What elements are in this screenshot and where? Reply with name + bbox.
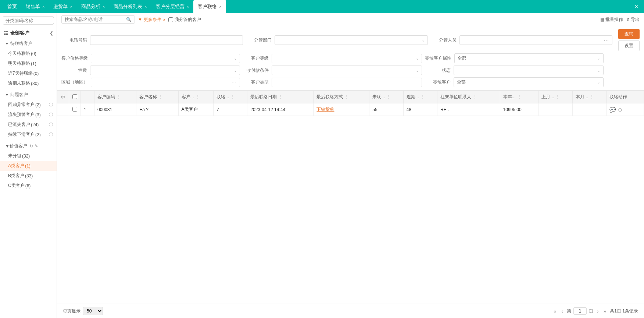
close-tab-purchase-icon[interactable]: ×	[70, 4, 72, 9]
first-page-button[interactable]: «	[552, 308, 558, 315]
close-tab-customer-contact-icon[interactable]: ×	[219, 4, 221, 9]
page-size-select[interactable]: 50 100 200	[83, 307, 103, 315]
filter-payment: 收付款条件 ⌄	[243, 66, 422, 75]
col-no-contact[interactable]: 未联...⋮	[369, 91, 403, 103]
qr-action-icon[interactable]: ⊝	[618, 107, 622, 113]
filter-icon: ▼	[138, 17, 142, 22]
edit-icon[interactable]: ✎	[35, 144, 38, 149]
filter-customer-level-select[interactable]: ⌄	[272, 54, 422, 63]
filter-region-select[interactable]: ···	[91, 78, 240, 87]
toolbar-search-box[interactable]: 🔍	[61, 15, 135, 24]
filter-phone-input[interactable]	[90, 35, 243, 45]
col-resizer: ⋮	[117, 94, 118, 99]
settings-button[interactable]: 设置	[618, 40, 640, 51]
problem-customers-title[interactable]: ▼ 问题客户	[0, 90, 57, 100]
nav-tab-analysis[interactable]: 商品分析 ×	[77, 0, 109, 13]
filter-nature-select[interactable]: ⌄	[90, 66, 240, 75]
filter-customer-type-input[interactable]	[272, 78, 422, 87]
col-checkbox[interactable]	[69, 91, 81, 103]
sidebar-item-class-a[interactable]: A类客户 (1)	[0, 161, 57, 171]
nav-tab-analysis-list[interactable]: 商品分析列表 ×	[109, 0, 151, 13]
sidebar-item-tomorrow[interactable]: 明天待联络 (1)	[0, 59, 57, 68]
col-type[interactable]: 客户...⋮	[178, 91, 213, 103]
close-tab-analysis-icon[interactable]: ×	[103, 4, 105, 9]
filter-price-level-select[interactable]: ⌄	[91, 54, 240, 63]
row-checkbox[interactable]	[69, 103, 81, 116]
nav-tab-customer-mgmt[interactable]: 客户分层经营 ×	[151, 0, 193, 13]
col-name[interactable]: 客户名称⋮	[136, 91, 178, 103]
filter-price-level-label: 客户价格等级	[61, 55, 88, 61]
filter-row-4: 区域（地区） ··· 客户类型 零散客户 全部 ⌄	[61, 77, 640, 87]
chevron-price-icon: ⌄	[234, 56, 237, 60]
sidebar-search-box[interactable]: 🔍	[3, 16, 54, 25]
last-page-button[interactable]: »	[602, 308, 608, 315]
collapse-icon[interactable]: ❮	[50, 31, 53, 36]
col-contact[interactable]: 联络...⋮	[214, 91, 247, 103]
col-overdue[interactable]: 逾期...⋮	[403, 91, 437, 103]
export-button[interactable]: ⇪ 导出	[626, 17, 640, 23]
sidebar-item-repurchase-anomaly[interactable]: 回购异常客户 (2) ⓘ	[0, 100, 57, 110]
last-contact-way-link[interactable]: 下销货单	[316, 107, 334, 112]
value-customer-actions: ↻ ✎	[29, 144, 38, 149]
page-input[interactable]	[573, 307, 587, 315]
my-customer-checkbox[interactable]	[168, 17, 173, 22]
row-overdue: 48	[403, 103, 437, 116]
filter-manager-label: 分管人员	[431, 37, 457, 43]
row-index: 1	[81, 103, 94, 116]
sidebar-item-today[interactable]: 今天待联络 (0)	[0, 49, 57, 59]
nav-tab-sales[interactable]: 销售单 ×	[21, 0, 49, 13]
close-tab-analysis-list-icon[interactable]: ×	[144, 4, 147, 9]
filter-retail-customer-select[interactable]: 全部 ⌄	[454, 77, 604, 87]
filter-retail-attr-select[interactable]: 全部 ⌄	[454, 53, 604, 63]
col-this-month[interactable]: 本月...⋮	[572, 91, 606, 103]
value-customers-title[interactable]: ▼ 价值客户 ↻ ✎	[0, 141, 57, 151]
row-last-contact-way[interactable]: 下销货单	[314, 103, 369, 116]
close-tab-customer-mgmt-icon[interactable]: ×	[187, 4, 189, 9]
chevron-dept-icon: ⌄	[422, 38, 425, 42]
query-button[interactable]: 查询	[618, 29, 640, 39]
filter-payment-select[interactable]: ⌄	[272, 66, 422, 75]
sidebar-item-ungrouped[interactable]: 未分组 (32)	[0, 151, 57, 161]
sidebar-item-class-b[interactable]: B类客户 (33)	[0, 171, 57, 181]
col-resizer8: ⋮	[421, 94, 422, 99]
select-all-checkbox[interactable]	[72, 94, 77, 99]
all-customers-title[interactable]: ☷ 全部客户 ❮	[0, 28, 57, 39]
close-tab-sales-icon[interactable]: ×	[42, 4, 44, 9]
table-row: 1 000031 Ea ? A类客户 7 2023-04-12 14:44: 下…	[57, 103, 644, 116]
filter-status-select[interactable]: ⌄	[454, 66, 604, 75]
col-unit-contact[interactable]: 往来单位联系人⋮	[437, 91, 500, 103]
refresh-icon[interactable]: ↻	[29, 144, 33, 149]
sidebar-item-class-c[interactable]: C类客户 (6)	[0, 181, 57, 191]
filter-phone: 电话号码	[61, 35, 243, 45]
chat-action-icon[interactable]: 💬	[609, 107, 616, 113]
nav-tab-customer-contact[interactable]: 客户联络 ×	[193, 0, 226, 13]
col-action: 联络动作	[607, 91, 644, 103]
col-code[interactable]: 客户编码⋮	[94, 91, 136, 103]
my-customer-checkbox-area[interactable]: 我分管的客户	[168, 17, 201, 23]
row-select-checkbox[interactable]	[72, 107, 77, 112]
toolbar-search-input[interactable]	[65, 17, 126, 22]
nav-tab-purchase[interactable]: 进货单 ×	[49, 0, 76, 13]
prev-page-button[interactable]: ‹	[560, 308, 564, 315]
window-close-button[interactable]: ×	[632, 3, 641, 10]
footer-right: « ‹ 第 页 › » 共1页 1条记录	[552, 307, 638, 315]
more-filter-button[interactable]: ▼ 更多条件 ∧	[138, 17, 165, 23]
nav-home[interactable]: 首页	[3, 3, 21, 10]
bulk-operation-button[interactable]: ▦ 批量操作	[600, 17, 623, 23]
filter-dept-select[interactable]: ⌄	[275, 35, 427, 45]
chevron-level-icon: ⌄	[416, 56, 419, 60]
sidebar-item-churned[interactable]: 已流失客户 (24) ⓘ	[0, 120, 57, 130]
col-this-year[interactable]: 本年...⋮	[500, 91, 539, 103]
filter-manager-select[interactable]: ···	[459, 35, 612, 45]
sidebar-item-declining[interactable]: 持续下滑客户 (2) ⓘ	[0, 130, 57, 139]
col-last-contact-way[interactable]: 最后联络方式⋮	[314, 91, 369, 103]
col-last-contact-date[interactable]: 最后联络日期⋮	[247, 91, 314, 103]
sidebar-search-input[interactable]	[6, 18, 57, 23]
sidebar-item-7days[interactable]: 近7天待联络 (0)	[0, 68, 57, 78]
next-page-button[interactable]: ›	[595, 308, 600, 315]
pending-contact-title[interactable]: ▼ 待联络客户	[0, 39, 57, 49]
col-last-month[interactable]: 上月...⋮	[539, 91, 572, 103]
sidebar-item-churn-warning[interactable]: 流失预警客户 (3) ⓘ	[0, 110, 57, 120]
sidebar-item-overdue[interactable]: 逾期未联络 (30)	[0, 78, 57, 88]
col-settings[interactable]: ⚙	[57, 91, 69, 103]
